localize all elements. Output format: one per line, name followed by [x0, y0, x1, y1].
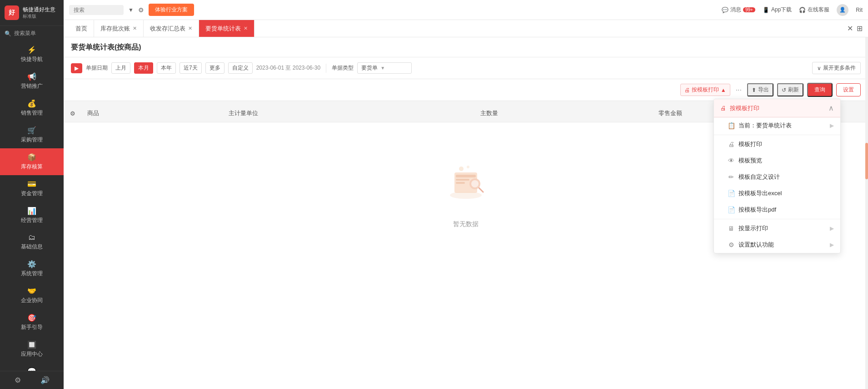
tab-receipt-summary[interactable]: 收发存汇总表 ✕: [144, 20, 199, 37]
sidebar-item-system[interactable]: ⚙️ 系统管理: [0, 255, 64, 282]
date-btn-more[interactable]: 更多: [205, 62, 224, 74]
template-print-label: 模板打印: [738, 140, 762, 148]
sidebar-item-wechat[interactable]: 💬 企业微信: [0, 363, 64, 371]
template-print-item[interactable]: 🖨 模板打印: [714, 136, 840, 152]
template-preview-item[interactable]: 👁 模板预览: [714, 152, 840, 169]
topbar-search-input[interactable]: [69, 5, 124, 15]
sidebar-item-marketing[interactable]: 📢 营销推广: [0, 68, 64, 95]
sidebar-item-label: 经营管理: [21, 217, 43, 224]
tab-inventory-batch-close[interactable]: ✕: [133, 25, 137, 31]
enterprise-icon: 🤝: [27, 287, 36, 295]
current-template-row[interactable]: 📋 当前：要货单统计表 ▶: [714, 117, 840, 134]
main-area: ▼ ⚙ 体验行业方案 💬 消息 99+ 📱 App下载 🎧 在线客服 👤 Rit: [64, 0, 868, 389]
window-close-btn[interactable]: ✕: [847, 24, 853, 33]
template-pdf-label: 按模板导出pdf: [738, 206, 776, 214]
print-dropdown-header-right: ∧: [828, 104, 834, 112]
date-btn-custom[interactable]: 自定义: [228, 62, 253, 74]
app-name: 畅捷通好生意: [23, 6, 55, 14]
sidebar-item-sales[interactable]: 💰 销售管理: [0, 95, 64, 121]
app-logo: 好 畅捷通好生意 标准版: [0, 0, 64, 26]
display-print-icon: 🖥: [728, 225, 735, 232]
order-type-select[interactable]: 要货单 ▼: [357, 62, 412, 74]
export-btn[interactable]: ⬆ 导出: [747, 83, 773, 96]
sidebar-item-operations[interactable]: 📊 经营管理: [0, 202, 64, 229]
sidebar-item-quick-nav[interactable]: ⚡ 快捷导航: [0, 41, 64, 68]
topbar-gear-icon[interactable]: ⚙: [138, 6, 144, 14]
settings-btn[interactable]: 设置: [836, 83, 861, 96]
template-custom-icon: ✏: [728, 173, 735, 181]
more-options-btn[interactable]: ···: [734, 86, 743, 94]
sidebar-item-finance[interactable]: 💳 资金管理: [0, 175, 64, 202]
sidebar-search[interactable]: 🔍 搜索菜单: [0, 26, 64, 41]
messages-item[interactable]: 💬 消息 99+: [722, 6, 755, 14]
app-download-item[interactable]: 📱 App下载: [763, 6, 792, 14]
default-func-row[interactable]: ⚙ 设置默认功能 ▶: [714, 237, 840, 253]
filter-date-label: 单据日期: [86, 64, 108, 72]
window-maximize-btn[interactable]: ⊞: [857, 24, 863, 33]
date-btn-this-year[interactable]: 本年: [157, 62, 176, 74]
tab-order-stats-close[interactable]: ✕: [244, 25, 248, 31]
print-dropdown-collapse-btn[interactable]: ∧: [828, 104, 834, 112]
pd-divider-1: [714, 135, 840, 135]
user-avatar[interactable]: 👤: [837, 4, 848, 16]
printer-icon: 🖨: [684, 87, 690, 93]
filter-bar: ▶ 单据日期 上月 本月 本年 近7天 更多 自定义 2023-06-01 至 …: [64, 57, 868, 79]
tab-window-controls: ✕ ⊞: [847, 24, 868, 33]
sidebar-item-enterprise[interactable]: 🤝 企业协同: [0, 282, 64, 309]
date-btn-7days[interactable]: 近7天: [180, 62, 202, 74]
online-service-item[interactable]: 🎧 在线客服: [799, 6, 829, 14]
template-custom-item[interactable]: ✏ 模板自定义设计: [714, 169, 840, 185]
tab-inventory-batch[interactable]: 库存批次账 ✕: [94, 20, 144, 37]
tab-receipt-summary-close[interactable]: ✕: [188, 25, 192, 31]
topbar: ▼ ⚙ 体验行业方案 💬 消息 99+ 📱 App下载 🎧 在线客服 👤 Rit: [64, 0, 868, 20]
template-preview-icon: 👁: [728, 157, 735, 164]
date-btn-this-month[interactable]: 本月: [134, 62, 153, 74]
tab-inventory-batch-label: 库存批次账: [100, 25, 130, 33]
svg-point-8: [459, 167, 464, 171]
current-template-label: 当前：要货单统计表: [738, 121, 792, 130]
sidebar-item-purchase[interactable]: 🛒 采购管理: [0, 121, 64, 148]
settings-bottom-btn[interactable]: ⚙: [15, 376, 21, 384]
sidebar-item-basic[interactable]: 🗂 基础信息: [0, 229, 64, 255]
sidebar-nav: ⚡ 快捷导航 📢 营销推广 💰 销售管理 🛒 采购管理 📦 库存核算 💳 资金管…: [0, 41, 64, 371]
template-export-pdf-item[interactable]: 📄 按模板导出pdf: [714, 202, 840, 218]
display-print-left: 🖥 按显示打印: [728, 224, 768, 232]
sidebar-item-guide[interactable]: 🎯 新手引导: [0, 309, 64, 336]
sidebar-item-label: 新手引导: [21, 323, 43, 331]
template-export-excel-item[interactable]: 📄 按模板导出excel: [714, 185, 840, 202]
avatar-placeholder: 👤: [839, 7, 846, 13]
content-area: 要货单统计表(按商品) ▶ 单据日期 上月 本月 本年 近7天 更多 自定义 2…: [64, 37, 868, 389]
query-btn[interactable]: 查询: [807, 83, 833, 97]
refresh-label: 刷新: [788, 86, 799, 94]
page-title: 要货单统计表(按商品): [71, 43, 861, 52]
empty-text: 暂无数据: [453, 220, 479, 228]
sound-bottom-btn[interactable]: 🔊: [40, 376, 50, 384]
trial-button[interactable]: 体验行业方案: [149, 4, 194, 16]
filter-divider-1: [326, 64, 326, 73]
right-scrollbar[interactable]: [865, 37, 868, 389]
filter-expand-toggle[interactable]: ▶: [71, 63, 82, 73]
display-print-row[interactable]: 🖥 按显示打印 ▶: [714, 220, 840, 237]
print-template-btn[interactable]: 🖨 按模板打印 ▲: [680, 84, 730, 96]
page-header: 要货单统计表(按商品): [64, 37, 868, 57]
print-dropdown-title: 按模板打印: [730, 104, 759, 112]
toolbar-row: 🖨 按模板打印 ▲ ··· ⬆ 导出 ↺ 刷新 查询 设置: [64, 79, 868, 101]
default-func-left: ⚙ 设置默认功能: [728, 241, 774, 249]
tab-order-stats[interactable]: 要货单统计表 ✕: [199, 20, 254, 37]
purchase-icon: 🛒: [27, 126, 36, 135]
col-qty: 主数量: [475, 105, 653, 122]
phone-icon: 📱: [763, 7, 769, 13]
sidebar-item-appstore[interactable]: 🔲 应用中心: [0, 336, 64, 363]
tab-home[interactable]: 首页: [69, 20, 94, 37]
refresh-btn[interactable]: ↺ 刷新: [777, 83, 803, 96]
topbar-dropdown-arrow[interactable]: ▼: [128, 7, 134, 13]
svg-rect-2: [456, 175, 476, 177]
print-template-label: 按模板打印: [692, 86, 719, 94]
sidebar-item-inventory[interactable]: 📦 库存核算: [0, 148, 64, 175]
expand-more-btn[interactable]: ∨ 展开更多条件: [812, 62, 861, 74]
col-settings[interactable]: ⚙: [64, 105, 82, 122]
default-func-arrow: ▶: [830, 242, 834, 248]
topbar-right: 💬 消息 99+ 📱 App下载 🎧 在线客服 👤 Rit: [722, 4, 863, 16]
date-btn-last-month[interactable]: 上月: [111, 62, 130, 74]
refresh-icon: ↺: [782, 87, 786, 93]
